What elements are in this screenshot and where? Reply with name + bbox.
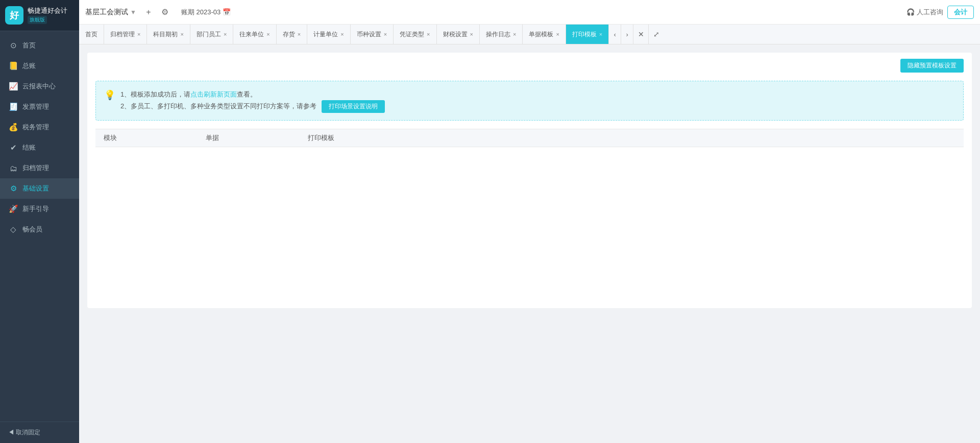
content-area: 隐藏预置模板设置 💡 1、模板添加成功后，请点击刷新新页面查看。 2、多员工、多… [79,44,980,443]
tab-tax-settings[interactable]: 财税设置× [437,25,480,44]
notice-text: 1、模板添加成功后，请点击刷新新页面查看。 2、多员工、多打印机、多种业务类型设… [120,88,955,113]
sidebar-item-home[interactable]: ⊙ 首页 [0,35,79,56]
nav-label-archive-mgr: 归档管理 [22,164,49,173]
tab-close-single-template[interactable]: × [556,31,559,37]
period-info: 账期 2023-03 📅 [181,8,231,17]
tab-label-single-template: 单据模板 [529,30,553,39]
sidebar-nav: ⊙ 首页 📒 总账 📈 云报表中心 🧾 发票管理 💰 税务管理 ✔ 结账 🗂 归… [0,31,79,422]
tab-close-customer[interactable]: × [266,31,270,37]
tab-label-inventory: 存货 [283,30,295,39]
sidebar-item-basic-settings[interactable]: ⚙ 基础设置 [0,178,79,199]
tab-label-currency: 币种设置 [357,30,381,39]
nav-label-invoice: 发票管理 [22,102,49,111]
unpin-label: ◀ 取消固定 [8,428,40,437]
lightbulb-icon: 💡 [104,89,115,101]
logo-sub: 旗舰版 [28,16,47,24]
sidebar-item-tax[interactable]: 💰 税务管理 [0,117,79,137]
sidebar: 好 畅捷通好会计 旗舰版 ⊙ 首页 📒 总账 📈 云报表中心 🧾 发票管理 💰 … [0,0,79,443]
tab-close-operation-log[interactable]: × [513,31,516,37]
tab-close-print-template[interactable]: × [599,31,602,37]
tab-close-currency[interactable]: × [384,31,387,37]
tab-next-button[interactable]: › [621,25,633,44]
service-label: 人工咨询 [917,8,943,17]
logo-text: 畅捷通好会计 [28,7,67,15]
tab-close-unit[interactable]: × [340,31,344,37]
company-arrow-icon: ▼ [130,9,136,16]
sidebar-item-guide[interactable]: 🚀 新手引导 [0,199,79,219]
nav-icon-checkout: ✔ [8,143,18,153]
nav-label-basic-settings: 基础设置 [22,184,49,193]
content-inner: 隐藏预置模板设置 💡 1、模板添加成功后，请点击刷新新页面查看。 2、多员工、多… [87,53,972,308]
account-label: 会计 [954,8,967,16]
notice-refresh-link[interactable]: 点击刷新新页面 [190,90,237,98]
sidebar-item-ledger[interactable]: 📒 总账 [0,56,79,76]
tab-prev-button[interactable]: ‹ [609,25,621,44]
col-doc-label: 单据 [206,134,219,142]
notice-line1-prefix: 1、模板添加成功后，请 [120,90,190,98]
sidebar-item-archive-mgr[interactable]: 🗂 归档管理 [0,158,79,178]
tab-label-operation-log: 操作日志 [486,30,510,39]
settings-icon[interactable]: ⚙ [158,5,172,19]
tab-label-unit: 计量单位 [313,30,338,39]
tab-home[interactable]: 首页 [79,25,104,44]
print-scene-button[interactable]: 打印场景设置说明 [322,100,385,113]
nav-icon-tax: 💰 [8,122,18,132]
period-value: 2023-03 [197,8,221,16]
tab-customer[interactable]: 往来单位× [233,25,276,44]
tab-print-template[interactable]: 打印模板× [566,25,609,44]
nav-label-tax: 税务管理 [22,123,49,132]
action-top-right: 隐藏预置模板设置 [87,53,972,73]
tab-single-template[interactable]: 单据模板× [523,25,566,44]
period-label: 账期 [181,8,194,17]
tab-operation-log[interactable]: 操作日志× [480,25,523,44]
print-scene-label: 打印场景设置说明 [329,103,378,110]
notice-line2: 2、多员工、多打印机、多种业务类型设置不同打印方案等，请参考 打印场景设置说明 [120,100,955,113]
tab-close-inventory[interactable]: × [298,31,301,37]
sidebar-item-checkout[interactable]: ✔ 结账 [0,137,79,158]
tab-close-department[interactable]: × [224,31,227,37]
sidebar-item-report[interactable]: 📈 云报表中心 [0,76,79,97]
tab-close-subject[interactable]: × [180,31,183,37]
col-module-label: 模块 [104,134,117,142]
tab-inventory[interactable]: 存货× [277,25,307,44]
tab-archive[interactable]: 归档管理× [104,25,147,44]
tab-department[interactable]: 部门员工× [190,25,233,44]
nav-icon-archive-mgr: 🗂 [8,163,18,173]
hide-preset-label: 隐藏预置模板设置 [908,62,957,69]
tab-close-voucher-type[interactable]: × [427,31,430,37]
hide-preset-button[interactable]: 隐藏预置模板设置 [900,59,964,73]
company-selector[interactable]: 基层工会测试 ▼ [85,8,136,17]
tab-bar: 首页归档管理×科目期初×部门员工×往来单位×存货×计量单位×币种设置×凭证类型×… [79,25,980,44]
tab-voucher-type[interactable]: 凭证类型× [394,25,436,44]
tab-currency[interactable]: 币种设置× [351,25,394,44]
nav-icon-home: ⊙ [8,40,18,51]
calendar-icon[interactable]: 📅 [223,8,231,16]
tab-unit[interactable]: 计量单位× [307,25,350,44]
tab-label-archive: 归档管理 [110,30,135,39]
nav-label-ledger: 总账 [22,61,36,71]
tab-expand-button[interactable]: ⤢ [649,25,664,44]
sidebar-item-member[interactable]: ◇ 畅会员 [0,219,79,240]
nav-icon-guide: 🚀 [8,204,18,214]
tab-close-all-button[interactable]: ✕ [633,25,649,44]
tab-close-archive[interactable]: × [137,31,140,37]
top-header: 基层工会测试 ▼ + ⚙ 账期 2023-03 📅 🎧 人工咨询 会计 [79,0,980,25]
col-doc-header: 单据 [206,133,308,143]
company-name: 基层工会测试 [85,8,128,17]
service-button[interactable]: 🎧 人工咨询 [906,8,943,17]
header-right: 🎧 人工咨询 会计 [906,6,974,19]
tab-label-print-template: 打印模板 [572,30,597,39]
notice-banner: 💡 1、模板添加成功后，请点击刷新新页面查看。 2、多员工、多打印机、多种业务类… [95,81,964,121]
tab-close-tax-settings[interactable]: × [470,31,473,37]
sidebar-item-invoice[interactable]: 🧾 发票管理 [0,97,79,117]
add-tab-button[interactable]: + [141,5,156,19]
tab-subject[interactable]: 科目期初× [147,25,190,44]
tab-label-tax-settings: 财税设置 [443,30,468,39]
col-template-header: 打印模板 [308,133,955,143]
sidebar-footer[interactable]: ◀ 取消固定 [0,422,79,443]
account-button[interactable]: 会计 [947,6,974,19]
nav-label-report: 云报表中心 [22,82,56,91]
col-template-label: 打印模板 [308,134,334,142]
tab-label-subject: 科目期初 [153,30,178,39]
col-module-header: 模块 [104,133,206,143]
